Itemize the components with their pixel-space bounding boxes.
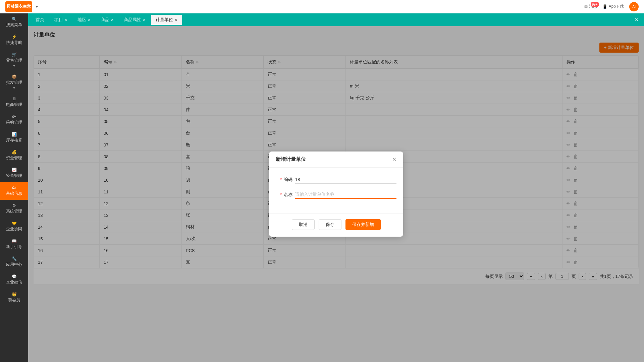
- sidebar-label-quicknav: 快捷导航: [6, 40, 22, 46]
- tab-home[interactable]: 首页: [31, 15, 49, 25]
- sidebar-label-finance: 资金管理: [6, 155, 22, 161]
- name-required: *: [280, 192, 282, 197]
- tab-unit[interactable]: 计量单位 ✕: [151, 15, 182, 25]
- company-dropdown[interactable]: ▼: [35, 4, 39, 9]
- inventory-icon: 📊: [12, 132, 17, 137]
- teal-tab-bar: 首页 项目 ✕ 地区 ✕ 商品 ✕ 商品属性 ✕ 计量单位 ✕ ✕: [28, 13, 644, 26]
- wholesale-icon: 📦: [12, 74, 17, 79]
- sidebar-label-guide: 新手引导: [6, 244, 22, 250]
- tab-unit-label: 计量单位: [156, 17, 173, 23]
- sidebar-label-purchase: 采购管理: [6, 120, 22, 125]
- modal-body: * 编码 * 名称: [269, 168, 403, 214]
- tab-home-label: 首页: [36, 17, 44, 23]
- content-area: 首页 项目 ✕ 地区 ✕ 商品 ✕ 商品属性 ✕ 计量单位 ✕ ✕: [28, 13, 644, 362]
- save-button[interactable]: 保存: [319, 219, 341, 230]
- system-icon: ⚙: [12, 203, 16, 208]
- sidebar-item-wholesale[interactable]: 📦 批发管理 ▼: [0, 71, 28, 93]
- phone-icon: 📱: [602, 4, 607, 9]
- sidebar-item-system[interactable]: ⚙ 系统管理: [0, 200, 28, 218]
- logo-text: 橙林通衣生意: [7, 4, 31, 9]
- basic-icon: 🗂: [12, 185, 16, 190]
- sidebar-item-wechat[interactable]: 💬 企业微信: [0, 271, 28, 289]
- wholesale-arrow: ▼: [12, 86, 16, 90]
- sidebar-label-inventory: 库存核算: [6, 137, 22, 143]
- sidebar-item-search[interactable]: 🔍 搜索菜单: [0, 13, 28, 31]
- tab-region-close[interactable]: ✕: [88, 18, 91, 22]
- code-label: * 编码: [276, 177, 292, 183]
- sidebar-item-purchase[interactable]: 🛍 采购管理: [0, 111, 28, 129]
- name-input[interactable]: [295, 190, 396, 199]
- tab-project-label: 项目: [54, 17, 63, 23]
- sidebar-item-collab[interactable]: 🤝 企业协同: [0, 218, 28, 235]
- sidebar-label-collab: 企业协同: [6, 226, 22, 232]
- header-right: ✉ 消息 99+ 📱 App下载 Ai: [584, 2, 639, 11]
- finance-icon: 💰: [12, 150, 17, 155]
- sidebar-label-basic: 基础信息: [6, 191, 22, 196]
- sidebar-item-guide[interactable]: 📖 新手引导: [0, 235, 28, 253]
- tab-project[interactable]: 项目 ✕: [50, 15, 72, 25]
- retail-arrow: ▼: [12, 64, 16, 68]
- tab-product-label: 商品: [101, 17, 109, 23]
- sidebar-item-quicknav[interactable]: ⚡ 快捷导航: [0, 31, 28, 49]
- sidebar: 🔍 搜索菜单 ⚡ 快捷导航 🛒 零售管理 ▼ 📦 批发管理 ▼ 🖥 电商管理 🛍…: [0, 13, 28, 362]
- message-badge: 99+: [591, 2, 599, 7]
- main-layout: 🔍 搜索菜单 ⚡ 快捷导航 🛒 零售管理 ▼ 📦 批发管理 ▼ 🖥 电商管理 🛍…: [0, 13, 644, 362]
- tab-product[interactable]: 商品 ✕: [96, 15, 118, 25]
- tab-product-attr[interactable]: 商品属性 ✕: [119, 15, 150, 25]
- cancel-button[interactable]: 取消: [292, 219, 315, 230]
- message-button[interactable]: ✉ 消息 99+: [584, 4, 597, 9]
- modal-header: 新增计量单位 ✕: [269, 152, 403, 168]
- logo-box: 橙林通衣生意: [5, 1, 32, 12]
- appcenter-icon: 🔧: [12, 256, 17, 261]
- member-icon: 👑: [12, 292, 17, 297]
- quicknav-icon: ⚡: [12, 35, 17, 39]
- code-required: *: [280, 177, 282, 182]
- guide-icon: 📖: [12, 239, 17, 243]
- sidebar-label-retail: 零售管理: [6, 58, 22, 63]
- sidebar-label-ecommerce: 电商管理: [6, 102, 22, 108]
- close-all-tabs[interactable]: ✕: [632, 16, 641, 24]
- sidebar-item-operation[interactable]: 📈 经营管理: [0, 164, 28, 182]
- ecommerce-icon: 🖥: [12, 97, 16, 101]
- tab-unit-close[interactable]: ✕: [174, 18, 177, 22]
- purchase-icon: 🛍: [12, 114, 16, 119]
- tab-project-close[interactable]: ✕: [64, 18, 67, 22]
- app-download-button[interactable]: 📱 App下载: [602, 4, 624, 9]
- save-add-button[interactable]: 保存并新增: [345, 219, 381, 230]
- sidebar-label-operation: 经营管理: [6, 173, 22, 179]
- sidebar-item-member[interactable]: 👑 嗨会员: [0, 289, 28, 306]
- sidebar-item-finance[interactable]: 💰 资金管理: [0, 146, 28, 164]
- tab-product-attr-close[interactable]: ✕: [143, 18, 146, 22]
- form-row-name: * 名称: [276, 190, 396, 199]
- app-download-label: App下载: [609, 4, 624, 9]
- avatar[interactable]: Ai: [629, 2, 639, 11]
- top-header: 橙林通衣生意 ▼ ✉ 消息 99+ 📱 App下载 Ai: [0, 0, 644, 13]
- sidebar-label-member: 嗨会员: [8, 297, 20, 303]
- modal-overlay: 新增计量单位 ✕ * 编码 *: [28, 26, 644, 362]
- modal-close-button[interactable]: ✕: [392, 157, 396, 162]
- code-input[interactable]: [295, 176, 396, 184]
- add-unit-modal: 新增计量单位 ✕ * 编码 *: [269, 152, 403, 237]
- sidebar-item-appcenter[interactable]: 🔧 应用中心: [0, 253, 28, 271]
- sidebar-label-system: 系统管理: [6, 208, 22, 214]
- search-icon: 🔍: [12, 17, 17, 21]
- sidebar-item-ecommerce[interactable]: 🖥 电商管理: [0, 93, 28, 111]
- tab-region[interactable]: 地区 ✕: [73, 15, 95, 25]
- wechat-icon: 💬: [12, 274, 17, 279]
- message-icon: ✉: [584, 4, 588, 9]
- tab-product-attr-label: 商品属性: [124, 17, 141, 23]
- page-content: 计量单位 + 新增计量单位 序号 编号 ⇅ 名称 ⇅ 状态 ⇅ 计量单位匹配的名…: [28, 26, 644, 362]
- sidebar-item-inventory[interactable]: 📊 库存核算: [0, 129, 28, 146]
- sidebar-label-wechat: 企业微信: [6, 280, 22, 285]
- sidebar-item-basic[interactable]: 🗂 基础信息: [0, 182, 28, 200]
- form-row-code: * 编码: [276, 176, 396, 184]
- name-label: * 名称: [276, 192, 292, 198]
- logo-area: 橙林通衣生意 ▼: [5, 1, 39, 12]
- tab-product-close[interactable]: ✕: [111, 18, 114, 22]
- sidebar-label-appcenter: 应用中心: [6, 262, 22, 267]
- avatar-initials: Ai: [632, 5, 636, 9]
- modal-footer: 取消 保存 保存并新增: [269, 214, 403, 237]
- sidebar-item-retail[interactable]: 🛒 零售管理 ▼: [0, 49, 28, 71]
- retail-icon: 🛒: [12, 52, 17, 57]
- dropdown-arrow: ▼: [35, 4, 39, 9]
